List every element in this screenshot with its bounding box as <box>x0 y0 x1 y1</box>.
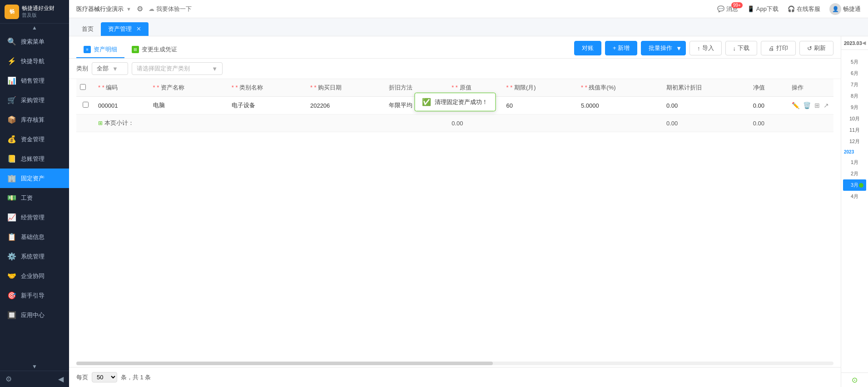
per-page-label: 每页 <box>76 373 88 382</box>
settings-bottom-icon[interactable]: ⚙ <box>5 375 12 383</box>
timeline-collapse-icon[interactable]: ◀ <box>862 40 866 46</box>
timeline-month-5[interactable]: 5月 <box>841 56 868 68</box>
filter-category-select[interactable]: 全部 ▼ <box>92 62 128 75</box>
more-icon[interactable]: ↗ <box>823 102 829 109</box>
horizontal-scrollbar[interactable] <box>76 362 833 365</box>
th-operations: 操作 <box>788 79 833 97</box>
sidebar-scroll-up[interactable]: ▲ <box>0 24 69 32</box>
asset-list-tab-icon: ≡ <box>84 46 91 53</box>
filter-input-arrow: ▼ <box>212 65 218 72</box>
message-icon: 💬 <box>717 5 724 12</box>
sidebar-item-inventory[interactable]: 📦 库存核算 <box>0 110 69 129</box>
total-count: 条，共 1 条 <box>121 373 151 382</box>
topbar: 医疗器械行业演示 ▼ ⚙ ☁ 我要体验一下 💬 消息 99+ 📱 App下载 🎧… <box>69 0 868 18</box>
timeline-2023-month-2[interactable]: 2月 <box>841 168 868 179</box>
company-selector[interactable]: 医疗器械行业演示 ▼ <box>76 5 131 13</box>
operations-icon: 📈 <box>7 213 16 222</box>
sidebar-item-basicinfo[interactable]: 📋 基础信息 <box>0 227 69 247</box>
basicinfo-icon: 📋 <box>7 233 16 241</box>
cell-code: 000001 <box>94 97 149 114</box>
sidebar-item-guide[interactable]: 🎯 新手引导 <box>0 286 69 305</box>
timeline-year: 2023.03 <box>844 40 862 46</box>
print-button[interactable]: 🖨 打印 <box>761 41 796 55</box>
timeline-2023-month-3[interactable]: 3月 <box>843 179 866 191</box>
per-page-select[interactable]: 50 20 100 200 <box>92 372 117 382</box>
tab-home[interactable]: 首页 <box>76 22 99 36</box>
payroll-icon: 💵 <box>7 194 16 202</box>
timeline-dot <box>859 183 863 188</box>
sidebar-item-search[interactable]: 🔍 搜索菜单 <box>0 32 69 51</box>
refresh-button[interactable]: ↺ 刷新 <box>799 41 833 55</box>
sidebar-item-assets[interactable]: 🏢 固定资产 <box>0 169 69 188</box>
sidebar-item-payroll[interactable]: 💵 工资 <box>0 188 69 208</box>
main-area: 医疗器械行业演示 ▼ ⚙ ☁ 我要体验一下 💬 消息 99+ 📱 App下载 🎧… <box>69 0 868 387</box>
timeline-2023-month-4[interactable]: 4月 <box>841 191 868 202</box>
th-code: * 编码 <box>94 79 149 97</box>
batch-button[interactable]: 批量操作 ▼ <box>641 41 686 55</box>
cell-name: 电脑 <box>149 97 228 114</box>
row-ops: ✏️ 🗑️ ⊞ ↗ <box>792 102 830 109</box>
timeline-month-8[interactable]: 8月 <box>841 90 868 102</box>
timeline-2023-month-1[interactable]: 1月 <box>841 157 868 168</box>
edit-icon[interactable]: ✏️ <box>792 102 799 109</box>
pagination: 每页 50 20 100 200 条，共 1 条 <box>69 367 841 387</box>
filter-category-input[interactable]: 请选择固定资产类别 ▼ <box>132 62 223 75</box>
timeline-month-12[interactable]: 12月 <box>841 136 868 147</box>
toast-notification: ✅ 清理固定资产成功！ <box>414 93 496 111</box>
subtab-voucher[interactable]: ⊞ 变更生成凭证 <box>124 42 184 58</box>
sidebar-item-collab[interactable]: 🤝 企业协同 <box>0 266 69 286</box>
th-initial-depreciation: 期初累计折旧 <box>663 79 749 97</box>
add-button[interactable]: + 新增 <box>605 41 637 55</box>
collapse-sidebar-icon[interactable]: ◀ <box>58 375 64 383</box>
row-checkbox-cell <box>76 97 94 114</box>
delete-icon[interactable]: 🗑️ <box>803 102 811 109</box>
experience-button[interactable]: ☁ 我要体验一下 <box>149 5 192 13</box>
sidebar-item-appstore[interactable]: 🔲 应用中心 <box>0 305 69 325</box>
timeline-month-6[interactable]: 6月 <box>841 68 868 79</box>
avatar-icon: 👤 <box>832 6 839 12</box>
timeline-year-2022 <box>841 52 868 56</box>
tab-close-icon[interactable]: ✕ <box>136 25 141 32</box>
cell-category: 电子设备 <box>228 97 307 114</box>
reconcile-button[interactable]: 对账 <box>574 41 601 55</box>
content-area: ≡ 资产明细 ⊞ 变更生成凭证 对账 + 新增 批量操作 ▼ ↑ <box>69 36 868 387</box>
messages-button[interactable]: 💬 消息 99+ <box>717 5 738 13</box>
th-name: * 资产名称 <box>149 79 228 97</box>
appstore-icon: 🔲 <box>7 311 16 319</box>
sidebar-item-sales[interactable]: 📊 销售管理 <box>0 71 69 90</box>
timeline-down-icon[interactable]: ⊙ <box>852 376 858 384</box>
th-checkbox <box>76 79 94 97</box>
subtabs: ≡ 资产明细 ⊞ 变更生成凭证 对账 + 新增 批量操作 ▼ ↑ <box>69 36 841 59</box>
sidebar-item-quicknav[interactable]: ⚡ 快捷导航 <box>0 51 69 71</box>
tab-assets-mgmt[interactable]: 资产管理 ✕ <box>101 22 149 36</box>
subtab-asset-list[interactable]: ≡ 资产明细 <box>76 42 124 58</box>
sidebar-scroll-down[interactable]: ▼ <box>0 362 69 371</box>
timeline-month-11[interactable]: 11月 <box>841 124 868 136</box>
toast-check-icon: ✅ <box>422 98 431 106</box>
subtotal-label-cell: ⊞ 本页小计： <box>94 114 448 132</box>
system-icon: ⚙️ <box>7 252 16 261</box>
user-menu[interactable]: 👤 畅捷通 <box>829 3 861 15</box>
timeline-month-7[interactable]: 7月 <box>841 79 868 90</box>
timeline-month-10[interactable]: 10月 <box>841 113 868 124</box>
company-dropdown-icon: ▼ <box>126 6 131 12</box>
download-button[interactable]: ↓ 下载 <box>725 41 758 55</box>
sidebar-item-funds[interactable]: 💰 资金管理 <box>0 129 69 149</box>
cell-purchase-date: 202206 <box>307 97 385 114</box>
copy-icon[interactable]: ⊞ <box>814 102 820 109</box>
timeline-month-9[interactable]: 9月 <box>841 102 868 113</box>
subtotal-net-value: 0.00 <box>749 114 788 132</box>
sidebar-item-purchase[interactable]: 🛒 采购管理 <box>0 90 69 110</box>
sidebar-item-ledger[interactable]: 📒 总账管理 <box>0 149 69 169</box>
row-checkbox[interactable] <box>83 102 89 108</box>
select-all-checkbox[interactable] <box>80 84 86 90</box>
export-button[interactable]: ↑ 导入 <box>689 41 722 55</box>
toast-message: 清理固定资产成功！ <box>435 98 488 106</box>
sidebar-item-system[interactable]: ⚙️ 系统管理 <box>0 247 69 266</box>
sidebar-item-operations[interactable]: 📈 经营管理 <box>0 208 69 227</box>
app-download-button[interactable]: 📱 App下载 <box>747 5 779 13</box>
online-service-button[interactable]: 🎧 在线客服 <box>788 5 820 13</box>
cell-residual-rate: 5.0000 <box>577 97 663 114</box>
topbar-settings-icon[interactable]: ⚙ <box>137 5 143 13</box>
cloud-icon: ☁ <box>149 5 154 12</box>
